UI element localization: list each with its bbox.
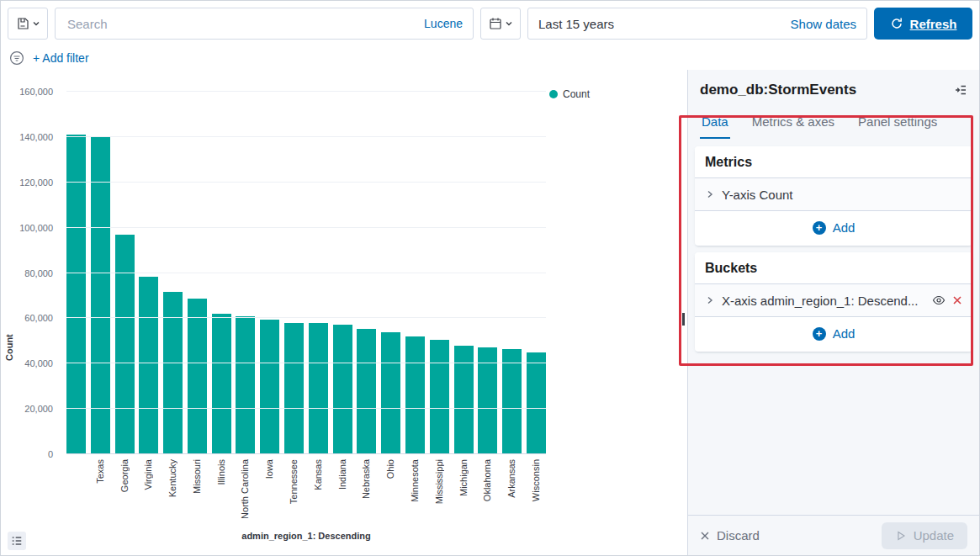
collapse-panel-button[interactable] bbox=[954, 83, 967, 97]
gridline bbox=[66, 363, 546, 363]
gridline bbox=[66, 136, 546, 137]
x-tick-label: Iowa bbox=[265, 459, 274, 479]
buckets-heading: Buckets bbox=[695, 252, 972, 283]
saved-query-menu-button[interactable] bbox=[8, 8, 48, 40]
bar[interactable] bbox=[188, 299, 207, 454]
legend-toggle-button[interactable] bbox=[8, 532, 26, 550]
editor-tabs: Data Metrics & axes Panel settings bbox=[688, 108, 979, 140]
gridline bbox=[66, 91, 546, 92]
discard-button[interactable]: Discard bbox=[700, 528, 760, 543]
bar[interactable] bbox=[454, 346, 474, 454]
x-tick-label: Mississippi bbox=[435, 459, 444, 504]
refresh-button-label: Refresh bbox=[910, 17, 957, 31]
gridline bbox=[66, 273, 546, 273]
y-tick-label: 140,000 bbox=[19, 132, 53, 142]
bucket-xaxis-row[interactable]: X-axis admin_region_1: Descend... bbox=[695, 283, 972, 317]
add-filter-button[interactable]: + Add filter bbox=[33, 51, 89, 65]
gridline bbox=[66, 453, 546, 454]
chart-legend: Count bbox=[549, 88, 590, 100]
x-tick-slot: Georgia bbox=[115, 459, 135, 519]
query-language-button[interactable]: Lucene bbox=[424, 17, 463, 30]
bar[interactable] bbox=[381, 332, 400, 454]
tab-metrics-axes[interactable]: Metrics & axes bbox=[750, 109, 836, 139]
chevron-down-icon bbox=[32, 19, 40, 28]
y-tick-label: 80,000 bbox=[24, 268, 53, 278]
remove-bucket-button[interactable] bbox=[952, 295, 962, 305]
chevron-right-icon bbox=[705, 295, 715, 305]
bucket-row-label: X-axis admin_region_1: Descend... bbox=[722, 294, 925, 308]
add-metric-button[interactable]: + Add bbox=[813, 220, 856, 235]
discard-icon bbox=[700, 531, 710, 541]
filter-icon bbox=[9, 50, 24, 66]
tab-panel-settings[interactable]: Panel settings bbox=[856, 109, 939, 139]
plus-icon: + bbox=[813, 327, 826, 341]
remove-icon bbox=[952, 295, 962, 305]
toggle-bucket-visibility-button[interactable] bbox=[932, 294, 946, 307]
x-tick-label: Oklahoma bbox=[483, 459, 492, 501]
bar[interactable] bbox=[284, 323, 304, 454]
legend-item-count[interactable]: Count bbox=[563, 88, 590, 100]
y-tick-label: 0 bbox=[48, 449, 53, 459]
filter-options-button[interactable] bbox=[9, 50, 24, 66]
collapse-panel-icon bbox=[954, 83, 967, 97]
x-tick-slot: Arkansas bbox=[502, 459, 522, 519]
x-tick-slot: Missouri bbox=[188, 459, 207, 519]
bar[interactable] bbox=[405, 336, 425, 454]
x-tick-label: Illinois bbox=[217, 459, 226, 485]
query-bar: Lucene bbox=[55, 8, 474, 40]
bars bbox=[66, 92, 546, 454]
chevron-right-icon bbox=[705, 189, 715, 199]
chart-area: Count Count 020,00040,00060,00080,000100… bbox=[1, 70, 687, 555]
add-bucket-button[interactable]: + Add bbox=[813, 326, 856, 341]
x-tick-slot: Kansas bbox=[309, 459, 328, 519]
bar[interactable] bbox=[527, 352, 546, 454]
metrics-heading: Metrics bbox=[695, 146, 972, 177]
bar[interactable] bbox=[236, 316, 255, 454]
editor-footer: Discard Update bbox=[688, 515, 979, 555]
bar[interactable] bbox=[333, 325, 352, 454]
x-tick-slot: Mississippi bbox=[430, 459, 449, 519]
date-range-label[interactable]: Last 15 years bbox=[538, 17, 614, 31]
buckets-section: Buckets X-axis admin_region_1: Descend..… bbox=[695, 252, 972, 352]
x-tick-slot: Ohio bbox=[381, 459, 400, 519]
tab-data[interactable]: Data bbox=[700, 109, 730, 139]
bar[interactable] bbox=[163, 292, 183, 454]
plus-icon: + bbox=[813, 221, 826, 235]
x-tick-slot: Minnesota bbox=[405, 459, 425, 519]
bar[interactable] bbox=[309, 323, 328, 454]
panel-header: demo_db:StormEvents bbox=[688, 70, 979, 108]
bar[interactable] bbox=[115, 235, 135, 454]
refresh-button[interactable]: Refresh bbox=[874, 8, 972, 40]
y-tick-label: 120,000 bbox=[19, 177, 53, 188]
search-input[interactable] bbox=[66, 16, 417, 32]
panel-resizer-handle[interactable] bbox=[682, 313, 685, 326]
x-tick-slot: Iowa bbox=[260, 459, 279, 519]
metric-yaxis-row[interactable]: Y-axis Count bbox=[695, 177, 972, 211]
x-tick-slot: Michigan bbox=[454, 459, 474, 519]
bar[interactable] bbox=[212, 314, 231, 454]
filter-bar: + Add filter bbox=[1, 46, 979, 70]
y-axis-ticks: 020,00040,00060,00080,000100,000120,0001… bbox=[1, 92, 60, 454]
index-pattern-title: demo_db:StormEvents bbox=[700, 82, 856, 98]
update-button[interactable]: Update bbox=[882, 522, 967, 549]
bar[interactable] bbox=[430, 340, 449, 454]
saved-query-icon bbox=[16, 17, 29, 30]
bar[interactable] bbox=[139, 277, 158, 454]
bar[interactable] bbox=[260, 320, 279, 454]
app-window: Lucene Last 15 years Show dates Refresh bbox=[0, 0, 980, 556]
show-dates-button[interactable]: Show dates bbox=[791, 17, 856, 31]
refresh-icon bbox=[890, 17, 903, 30]
bar[interactable] bbox=[91, 137, 110, 454]
bar[interactable] bbox=[66, 135, 86, 454]
x-tick-label: Virginia bbox=[144, 459, 153, 490]
metrics-section: Metrics Y-axis Count + Add bbox=[695, 146, 972, 246]
bar[interactable] bbox=[478, 347, 497, 454]
x-tick-slot bbox=[66, 459, 86, 519]
x-tick-slot: Illinois bbox=[212, 459, 231, 519]
x-tick-label: Kansas bbox=[314, 459, 323, 490]
x-tick-label: Texas bbox=[96, 459, 105, 484]
date-picker-menu-button[interactable] bbox=[480, 8, 521, 40]
bar[interactable] bbox=[502, 349, 522, 454]
bar[interactable] bbox=[357, 329, 376, 455]
legend-dot-icon bbox=[549, 90, 558, 98]
